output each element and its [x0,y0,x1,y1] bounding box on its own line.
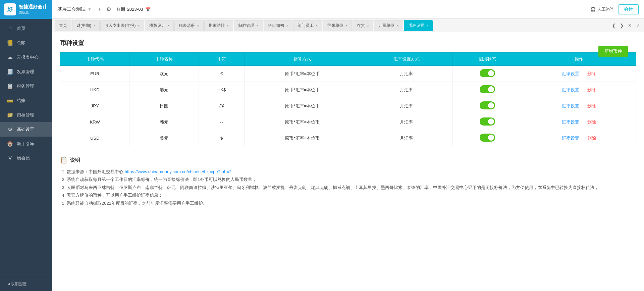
notes-item-4: 系统只能自动抓取2021年度后的汇率，之前年度汇率需要用户手工维护。 [67,199,636,207]
sidebar-item-home[interactable]: ⌂ 首页 [0,21,52,36]
checkout-icon: 💳 [7,97,13,104]
topbar-right: 🎧 人工咨询 会计 [590,4,639,14]
tab-close-icon[interactable]: × [286,23,288,28]
tab-----[interactable]: 币种设置× [404,20,433,31]
tab-close-icon[interactable]: × [227,23,229,28]
help-button[interactable]: 🎧 人工咨询 [590,6,614,12]
rate-type: 月汇率 [360,82,453,98]
enable-toggle[interactable] [480,101,495,109]
calc-method: 原币*汇率=本位币 [245,98,360,114]
sidebar-item-settings[interactable]: ⚙ 基础设置 [0,122,52,137]
tab-----[interactable]: 部门员工× [293,20,322,31]
sidebar-item-invoice[interactable]: 🧾 发票管理 [0,64,52,79]
topbar-actions: ＋ ⚙ [97,6,111,13]
tab-close-icon[interactable]: × [345,23,347,28]
tab-----[interactable]: 往来单位× [323,20,352,31]
tab-close-icon[interactable]: × [93,23,95,28]
delete-link[interactable]: 删除 [587,71,596,76]
page-title: 币种设置 [60,39,636,47]
topbar: 基层工会测试 ▼ ＋ ⚙ 账期 2023-03 📅 🎧 人工咨询 会计 [52,0,644,19]
enable-toggle[interactable] [480,69,495,77]
tab-close-icon[interactable]: × [197,23,199,28]
delete-link[interactable]: 删除 [587,103,596,108]
tab------[interactable]: 财(中期)× [72,20,100,31]
sidebar-item-guide[interactable]: 🏠 新手引导 [0,137,52,151]
notes-link[interactable]: https://www.chinamoney.com.cn/chinese/bk… [125,169,232,174]
enabled-status [453,66,522,82]
sidebar-nav: ⌂ 首页 📒 总账 ☁ 云报表中心 🧾 发票管理 📋 税务管理 💳 结账 📁 归… [0,19,52,277]
rate-settings-link[interactable]: 汇率设置 [562,136,579,141]
period-selector[interactable]: 账期 2023-03 📅 [116,6,151,12]
tab-close-all-icon[interactable]: ✕ [627,22,633,29]
delete-link[interactable]: 删除 [587,119,596,125]
reports-icon: ☁ [7,54,13,60]
rate-settings-link[interactable]: 汇率设置 [562,71,579,76]
toggle-knob [488,86,494,92]
delete-link[interactable]: 删除 [587,136,596,141]
invoice-icon: 🧾 [7,68,13,75]
tab-close-icon[interactable]: × [167,23,169,28]
calendar-icon: 📅 [145,7,151,12]
enable-toggle[interactable] [480,117,495,126]
notes-item-1: 系统自动获取每月第一个工作日的汇率标价，统一为直接标价法，即1外币可以兑换的人民… [67,176,636,183]
col-header: 汇率设置方式 [360,53,453,66]
notes-item-3: 无官方牌价的币种，可以用户手工维护汇率信息； [67,191,636,199]
sidebar-item-member[interactable]: V 畅会员 [0,151,52,165]
actions-cell: 汇率设置 删除 [522,114,636,130]
tab-close-icon[interactable]: × [426,23,428,28]
notes-list: 数据来源：中国外汇交易中心 https://www.chinamoney.com… [60,168,636,207]
tab-label: 模版设计 [149,23,165,29]
tab-close-icon[interactable]: × [256,23,258,28]
headset-icon: 🎧 [590,7,596,12]
sidebar-item-checkout[interactable]: 💳 结账 [0,93,52,108]
sidebar-item-archive[interactable]: 📁 归档管理 [0,108,52,122]
currency-name: 日圆 [129,98,199,114]
tab-----[interactable]: 税表清册× [174,20,203,31]
tab-close-icon[interactable]: × [316,23,318,28]
tab-close-icon[interactable]: × [138,23,140,28]
tab-next-icon[interactable]: ❯ [619,22,625,29]
rate-settings-link[interactable]: 汇率设置 [562,103,579,108]
tab-----[interactable]: 期末结转× [204,20,233,31]
tab-close-icon[interactable]: × [367,23,369,28]
tab-expand-icon[interactable]: ⤢ [635,22,641,29]
notes-content: 数据来源：中国外汇交易中心 https://www.chinamoney.com… [60,168,636,207]
enable-toggle[interactable] [480,85,495,93]
tab-----[interactable]: 计量单位× [374,20,403,31]
tab-label: 收入支出表(年报) [105,23,136,29]
rate-settings-link[interactable]: 汇率设置 [562,87,579,92]
sidebar-item-reports[interactable]: ☁ 云报表中心 [0,50,52,64]
settings-icon[interactable]: ⚙ [106,6,111,12]
sidebar-item-ledger[interactable]: 📒 总账 [0,36,52,50]
tabbar: 首页财(中期)×收入支出表(年报)×模版设计×税表清册×期末结转×归档管理×科目… [52,19,644,32]
enable-toggle[interactable] [480,134,495,142]
table-row: EUR 欧元 € 原币*汇率=本位币 月汇率 汇率设置 删除 [60,66,636,82]
table-row: KRW 韩元 -- 原币*汇率=本位币 月汇率 汇率设置 删除 [60,114,636,130]
sidebar-pin-toggle[interactable]: ◄取消固定 [0,277,52,291]
tab----------[interactable]: 收入支出表(年报)× [100,20,144,31]
enabled-status [453,130,522,146]
tab---[interactable]: 存货× [353,20,373,31]
company-name: 基层工会测试 [57,6,86,12]
tab---[interactable]: 首页 [55,20,71,31]
sidebar-label-member: 畅会员 [17,155,30,161]
company-selector[interactable]: 基层工会测试 ▼ [57,6,92,12]
new-currency-button[interactable]: 新增币种 [598,46,628,57]
toggle-knob [488,102,494,108]
tab-label: 税表清册 [179,23,195,29]
rate-settings-link[interactable]: 汇率设置 [562,119,579,125]
sidebar-item-tax[interactable]: 📋 税务管理 [0,79,52,93]
actions-cell: 汇率设置 删除 [522,66,636,82]
tab-----[interactable]: 归档管理× [234,20,263,31]
toggle-knob [488,70,494,76]
delete-link[interactable]: 删除 [587,87,596,92]
add-icon[interactable]: ＋ [97,6,102,13]
home-icon: ⌂ [7,26,13,32]
tab-nav-controls: ❮ ❯ ✕ ⤢ [610,22,641,29]
account-button[interactable]: 会计 [619,4,639,14]
tab-prev-icon[interactable]: ❮ [610,22,617,29]
col-header: 启用状态 [453,53,522,66]
tab-----[interactable]: 模版设计× [145,20,174,31]
tab-close-icon[interactable]: × [396,23,398,28]
tab-----[interactable]: 科目期初× [264,20,292,31]
